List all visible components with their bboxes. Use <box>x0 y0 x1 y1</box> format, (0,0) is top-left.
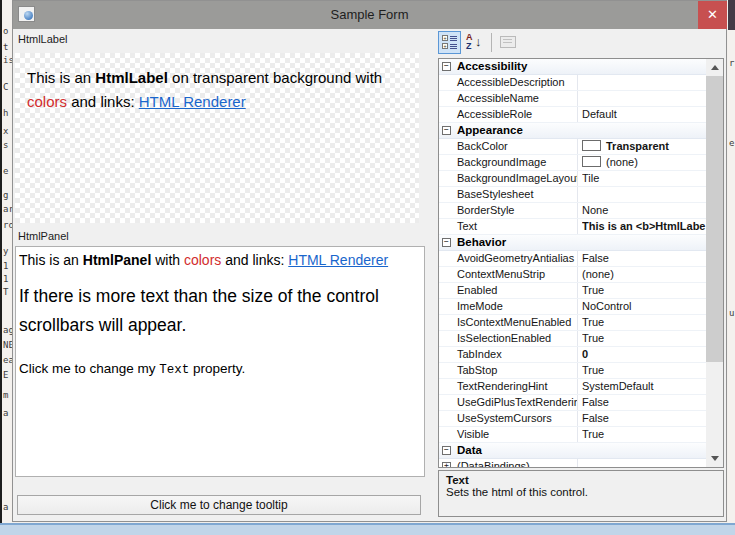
html-panel-control[interactable]: This is an HtmlPanel with colors and lin… <box>15 246 425 477</box>
category-row[interactable]: −Appearance <box>439 123 706 139</box>
alphabetical-sort-button[interactable]: A Z ↓ <box>463 31 486 54</box>
property-value[interactable]: Transparent <box>582 139 706 154</box>
app-icon <box>18 6 35 22</box>
scroll-up-button[interactable] <box>706 59 723 76</box>
scroll-down-button[interactable] <box>706 450 723 467</box>
property-row[interactable]: TextRenderingHintSystemDefault <box>439 379 706 395</box>
property-row[interactable]: UseSystemCursorsFalse <box>439 411 706 427</box>
property-value[interactable]: None <box>582 203 706 218</box>
property-value[interactable] <box>582 91 706 106</box>
property-name: Visible <box>439 427 578 442</box>
toolbar-separator <box>491 33 492 52</box>
property-row[interactable]: IsSelectionEnabledTrue <box>439 331 706 347</box>
property-name: AccessibleDescription <box>439 75 578 90</box>
property-value[interactable]: True <box>582 315 706 330</box>
html-label-control[interactable]: This is an HtmlLabel on transparent back… <box>15 53 419 223</box>
description-text: Sets the html of this control. <box>446 486 588 498</box>
change-tooltip-button[interactable]: Click me to change tooltip <box>17 495 421 515</box>
property-row[interactable]: EnabledTrue <box>439 283 706 299</box>
text: with <box>151 252 184 268</box>
property-pages-icon <box>500 36 516 48</box>
property-value[interactable]: (none) <box>582 267 706 282</box>
property-value[interactable] <box>582 459 706 467</box>
background-text-fragment: 1 <box>3 274 8 284</box>
categorized-button[interactable]: + + <box>438 31 461 54</box>
property-name: TabStop <box>439 363 578 378</box>
property-grid-rows: −AccessibilityAccessibleDescriptionAcces… <box>439 59 706 467</box>
background-text-fragment: m <box>3 390 8 400</box>
background-text-fragment: x <box>3 126 8 136</box>
html-label-line1: This is an HtmlLabel on transparent back… <box>27 66 419 90</box>
property-row[interactable]: TabStopTrue <box>439 363 706 379</box>
title-bar[interactable]: Sample Form ✕ <box>13 1 726 29</box>
property-value[interactable]: True <box>582 427 706 442</box>
background-text-fragment: 1 <box>3 261 8 271</box>
property-value[interactable]: Default <box>582 107 706 122</box>
category-row[interactable]: −Accessibility <box>439 59 706 75</box>
property-row[interactable]: UseGdiPlusTextRenderinFalse <box>439 395 706 411</box>
property-row[interactable]: TextThis is an <b>HtmlLabe <box>439 219 706 235</box>
background-text-fragment: r <box>729 58 734 68</box>
background-window-right-top <box>728 0 735 30</box>
property-grid-scrollbar[interactable] <box>706 59 723 467</box>
property-grid[interactable]: −AccessibilityAccessibleDescriptionAcces… <box>438 58 724 468</box>
property-value[interactable]: False <box>582 395 706 410</box>
html-renderer-link[interactable]: HTML Renderer <box>139 93 246 110</box>
text: and links: <box>67 93 139 110</box>
property-value[interactable] <box>582 187 706 202</box>
background-text-fragment: e <box>729 138 734 148</box>
html-panel-click-line: Click me to change my Text property. <box>19 361 422 377</box>
property-row[interactable]: BackgroundImage(none) <box>439 155 706 171</box>
property-value[interactable] <box>582 75 706 90</box>
background-text-fragment: u <box>729 308 734 318</box>
property-value[interactable]: 0 <box>582 347 706 362</box>
property-name: TextRenderingHint <box>439 379 578 394</box>
property-row[interactable]: AvoidGeometryAntialiasFalse <box>439 251 706 267</box>
bold-text: HtmlPanel <box>83 252 151 268</box>
text: Click me to change my <box>19 361 159 376</box>
property-row[interactable]: AccessibleDescription <box>439 75 706 91</box>
html-renderer-link[interactable]: HTML Renderer <box>288 252 388 268</box>
property-row[interactable]: BackColorTransparent <box>439 139 706 155</box>
property-name: ImeMode <box>439 299 578 314</box>
property-name: TabIndex <box>439 347 578 362</box>
property-row[interactable]: AccessibleRoleDefault <box>439 107 706 123</box>
property-row[interactable]: +(DataBindings) <box>439 459 706 467</box>
property-value[interactable]: Tile <box>582 171 706 186</box>
code-text: Text <box>159 363 189 377</box>
property-row[interactable]: TabIndex0 <box>439 347 706 363</box>
property-name: BackColor <box>439 139 578 154</box>
property-row[interactable]: ImeModeNoControl <box>439 299 706 315</box>
property-row[interactable]: IsContextMenuEnabledTrue <box>439 315 706 331</box>
category-row[interactable]: −Data <box>439 443 706 459</box>
property-name: IsSelectionEnabled <box>439 331 578 346</box>
property-value[interactable]: This is an <b>HtmlLabe <box>582 219 706 234</box>
background-text-fragment: C <box>3 82 8 92</box>
property-value[interactable]: True <box>582 363 706 378</box>
property-value[interactable]: NoControl <box>582 299 706 314</box>
background-divider <box>0 0 2 523</box>
category-row[interactable]: −Behavior <box>439 235 706 251</box>
sample-form-window: Sample Form ✕ HtmlLabel This is an HtmlL… <box>12 0 727 522</box>
property-name: BackgroundImage <box>439 155 578 170</box>
property-row[interactable]: BorderStyleNone <box>439 203 706 219</box>
property-value[interactable]: True <box>582 331 706 346</box>
property-name: BaseStylesheet <box>439 187 578 202</box>
scrollbar-thumb[interactable] <box>706 76 723 362</box>
property-row[interactable]: AccessibleName <box>439 91 706 107</box>
property-value[interactable]: (none) <box>582 155 706 170</box>
property-row[interactable]: ContextMenuStrip(none) <box>439 267 706 283</box>
property-value[interactable]: False <box>582 411 706 426</box>
property-row[interactable]: BackgroundImageLayoutTile <box>439 171 706 187</box>
html-panel-line1: This is an HtmlPanel with colors and lin… <box>19 251 422 269</box>
property-name: Data <box>439 443 701 458</box>
red-text: colors <box>27 93 67 110</box>
close-button[interactable]: ✕ <box>698 1 727 29</box>
background-text-fragment: a <box>3 408 8 418</box>
property-value[interactable]: True <box>582 283 706 298</box>
property-value[interactable]: SystemDefault <box>582 379 706 394</box>
property-row[interactable]: BaseStylesheet <box>439 187 706 203</box>
background-text-fragment: s <box>3 140 8 150</box>
property-value[interactable]: False <box>582 251 706 266</box>
property-row[interactable]: VisibleTrue <box>439 427 706 443</box>
